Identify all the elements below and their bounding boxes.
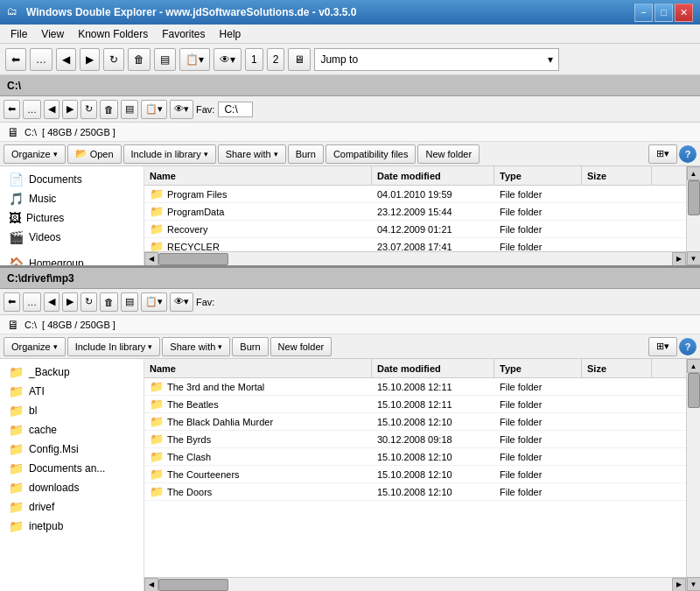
pane1-scroll-track[interactable] [687,180,701,251]
pane2-scroll-down[interactable]: ▼ [687,577,701,591]
pane2-newfolder-btn[interactable]: New folder [270,337,332,356]
pane2-vscroll[interactable]: ▲ ▼ [686,359,700,591]
panel1-btn[interactable]: 1 [245,48,263,71]
list-item[interactable]: 📁Config.Msi [0,440,144,459]
menu-view[interactable]: View [34,26,71,42]
table-row[interactable]: 📁 The Black Dahlia Murder 15.10.2008 12:… [144,413,686,431]
pane1-col-name[interactable]: Name [144,166,372,185]
pane2-prev[interactable]: ◀ [44,292,60,312]
table-row[interactable]: 📁 The Doors 15.10.2008 12:10 File folder [144,483,686,501]
pane1-nav-homegroup[interactable]: 🏠 Homegroup [0,254,144,265]
pane1-props[interactable]: ▤ [121,100,138,119]
pane2-include-library-btn[interactable]: Include In library ▾ [67,337,161,356]
table-row[interactable]: 📁 The Beatles 15.10.2008 12:11 File fold… [144,396,686,413]
list-item[interactable]: 📁Documents an... [0,459,144,478]
table-row[interactable]: 📁 RECYCLER 23.07.2008 17:41 File folder [144,238,686,251]
pane2-copy[interactable]: 📋▾ [141,292,167,312]
view-menu[interactable]: 👁▾ [214,48,242,71]
minimize-button[interactable]: − [634,4,653,22]
pane2-hscroll[interactable]: ◀ ▶ [144,577,686,591]
list-item[interactable]: 📁bl [0,401,144,420]
pane1-hscroll-left[interactable]: ◀ [144,252,158,266]
pane1-vscroll[interactable]: ▲ ▼ [686,166,700,265]
pane2-help-btn[interactable]: ? [679,338,696,355]
pane1-nav-music[interactable]: 🎵 Music [0,189,144,208]
copy-button[interactable]: 📋▾ [179,48,210,71]
table-row[interactable]: 📁 The Byrds 30.12.2008 09:18 File folder [144,431,686,448]
table-row[interactable]: 📁 ProgramData 23.12.2009 15:44 File fold… [144,203,686,221]
table-row[interactable]: 📁 The Courteeners 15.10.2008 12:10 File … [144,466,686,483]
pane2-organize-btn[interactable]: Organize ▾ [4,337,66,356]
pane1-dots[interactable]: … [23,100,41,119]
pane2-view-btn[interactable]: ⊞▾ [648,337,677,356]
pane1-view-btn[interactable]: ⊞▾ [648,144,677,164]
pane2-col-size[interactable]: Size [582,359,652,377]
menu-help[interactable]: Help [213,26,248,42]
prev-button[interactable]: ◀ [56,48,76,71]
pane2-back[interactable]: ⬅ [4,292,20,312]
list-item[interactable]: 📁ATI [0,382,144,401]
list-item[interactable]: 📁cache [0,420,144,440]
pane1-prev[interactable]: ◀ [44,100,60,119]
pane1-delete[interactable]: 🗑 [100,100,118,119]
pane1-col-date[interactable]: Date modified [372,166,494,185]
pane2-burn-btn[interactable]: Burn [232,337,268,356]
pane1-share-btn[interactable]: Share with ▾ [218,144,286,164]
table-row[interactable]: 📁 The 3rd and the Mortal 15.10.2008 12:1… [144,378,686,396]
delete-button[interactable]: 🗑 [128,48,150,71]
menu-favorites[interactable]: Favorites [155,26,212,42]
refresh-button[interactable]: ↻ [103,48,124,71]
pane1-newfolder-btn[interactable]: New folder [417,144,480,164]
list-item[interactable]: 📁inetpub [0,517,144,536]
jump-to-combo[interactable]: Jump to ▾ [314,48,559,71]
pane1-open-btn[interactable]: 📂 Open [67,144,122,164]
pane2-col-type[interactable]: Type [494,359,582,377]
monitor-btn[interactable]: 🖥 [288,48,311,71]
pane2-view[interactable]: 👁▾ [170,292,193,312]
pane1-scroll-down[interactable]: ▼ [687,251,701,265]
pane2-col-date[interactable]: Date modified [372,359,494,377]
list-item[interactable]: 📁drivef [0,497,144,517]
pane2-refresh[interactable]: ↻ [80,292,97,312]
table-row[interactable]: 📁 The Clash 15.10.2008 12:10 File folder [144,448,686,466]
pane2-hscroll-right[interactable]: ▶ [672,578,686,592]
pane1-nav-pictures[interactable]: 🖼 Pictures [0,208,144,228]
pane2-props[interactable]: ▤ [121,292,138,312]
pane2-col-name[interactable]: Name [144,359,372,377]
close-button[interactable]: ✕ [675,4,693,22]
pane1-col-type[interactable]: Type [494,166,582,185]
pane1-col-size[interactable]: Size [582,166,652,185]
menu-file[interactable]: File [4,26,34,42]
table-row[interactable]: 📁 Program Files 04.01.2010 19:59 File fo… [144,186,686,203]
pane1-include-library-btn[interactable]: Include in library ▾ [123,144,216,164]
pane1-burn-btn[interactable]: Burn [288,144,324,164]
pane1-nav-videos[interactable]: 🎬 Videos [0,228,144,247]
pane1-refresh[interactable]: ↻ [80,100,97,119]
pane2-share-btn[interactable]: Share with ▾ [162,337,230,356]
back-button[interactable]: ⬅ [5,48,26,71]
pane1-address-value[interactable]: C:\ [218,102,253,117]
list-item[interactable]: 📁_Backup [0,362,144,382]
pane1-hscroll-track[interactable] [158,252,672,266]
properties-button[interactable]: ▤ [154,48,176,71]
panel2-btn[interactable]: 2 [267,48,285,71]
pane1-back[interactable]: ⬅ [4,100,20,119]
pane1-compat-btn[interactable]: Compatibility files [326,144,416,164]
table-row[interactable]: 📁 Recovery 04.12.2009 01:21 File folder [144,221,686,238]
pane2-dots[interactable]: … [23,292,41,312]
pane1-copy[interactable]: 📋▾ [141,100,167,119]
maximize-button[interactable]: □ [654,4,673,22]
pane1-scroll-up[interactable]: ▲ [687,166,701,180]
pane1-organize-btn[interactable]: Organize ▾ [4,144,66,164]
pane2-hscroll-track[interactable] [158,578,672,592]
pane2-scroll-up[interactable]: ▲ [687,359,701,373]
pane1-hscroll[interactable]: ◀ ▶ [144,251,686,265]
pane1-hscroll-right[interactable]: ▶ [672,252,686,266]
pane2-hscroll-left[interactable]: ◀ [144,578,158,592]
pane2-next[interactable]: ▶ [62,292,78,312]
pane2-scroll-track[interactable] [687,373,701,577]
next-button[interactable]: ▶ [80,48,100,71]
pane1-nav-documents[interactable]: 📄 Documents [0,170,144,189]
pane1-next[interactable]: ▶ [62,100,78,119]
list-item[interactable]: 📁downloads [0,478,144,497]
